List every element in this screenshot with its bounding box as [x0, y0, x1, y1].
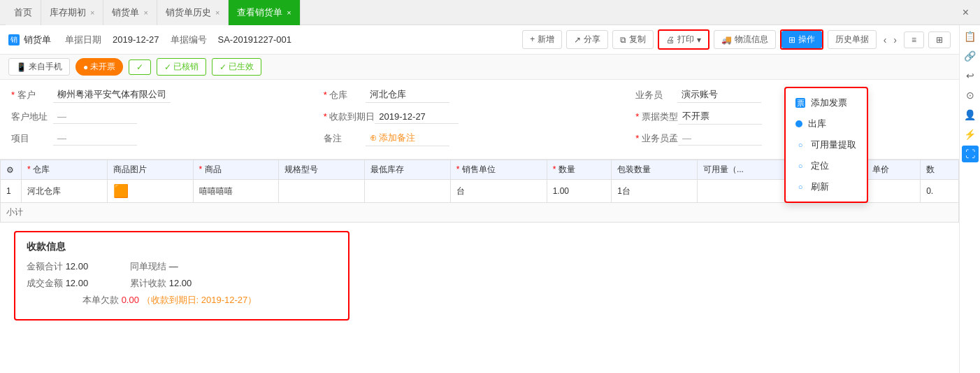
cell-image: 🟧	[107, 180, 193, 203]
cell-price[interactable]	[866, 180, 920, 203]
payment-section: 收款信息 金额合计 12.00 同单现结 — 成交金额 12.00	[0, 223, 959, 329]
staff2-label: 业务员孟	[635, 132, 678, 145]
dropdown-available-extract[interactable]: ○ 可用量提取	[786, 134, 867, 155]
due-date-field: 收款到期日 2019-12-27	[324, 110, 636, 124]
from-mobile-button[interactable]: 📱 来自手机	[8, 58, 70, 76]
ops-icon: ⊞	[788, 35, 795, 45]
col-product: 商品	[193, 160, 279, 180]
dropdown-add-invoice[interactable]: 票 添加发票	[786, 92, 867, 113]
tab-close-view[interactable]: ×	[287, 8, 291, 17]
nav-prev-button[interactable]: ‹	[881, 33, 890, 47]
payment-row-2: 成交金额 12.00 累计收款 12.00	[27, 277, 337, 290]
address-value[interactable]: —	[53, 110, 137, 124]
date-value: 2019-12-27	[113, 34, 159, 45]
tab-sales-history[interactable]: 销货单历史 ×	[157, 0, 229, 25]
outbound-icon	[795, 120, 802, 127]
nav-arrows: ‹ ›	[881, 33, 900, 47]
already-sold-button[interactable]: ✓ 已核销	[157, 58, 206, 76]
due-date-value[interactable]: 2019-12-27	[375, 110, 459, 124]
tab-close-history[interactable]: ×	[215, 8, 219, 17]
truck-icon: 🚚	[721, 35, 732, 45]
nav-next-button[interactable]: ›	[891, 33, 900, 47]
sidebar-action-icon[interactable]: ⚡	[962, 126, 979, 143]
history-records-button[interactable]: 历史单据	[828, 30, 877, 49]
col-settings[interactable]: ⚙	[1, 160, 22, 180]
doc-meta: 单据日期 2019-12-27 单据编号 SA-20191227-001	[65, 34, 522, 46]
print-button[interactable]: 🖨 打印 ▾	[659, 31, 708, 48]
not-open-button[interactable]: ● 未开票	[75, 58, 123, 76]
col-qty: 数量	[547, 160, 612, 180]
col-image: 商品图片	[107, 160, 193, 180]
sidebar-link-icon[interactable]: 🔗	[962, 48, 979, 64]
confirmed-button[interactable]: ✓	[129, 59, 151, 75]
cell-product[interactable]: 嘻嘻嘻嘻	[193, 180, 279, 203]
note-field: 备注 ⊕ 添加备注	[324, 130, 636, 146]
address-label: 客户地址	[11, 111, 53, 123]
warehouse-label: 仓库	[324, 89, 366, 101]
add-note-button[interactable]: ⊕ 添加备注	[366, 130, 449, 146]
cell-qty[interactable]: 1.00	[547, 180, 612, 203]
check3-icon: ✓	[219, 62, 226, 72]
share-button[interactable]: ↗ 分享	[566, 30, 608, 49]
col-amount: 数	[921, 160, 959, 180]
view-list-button[interactable]: ≡	[904, 31, 924, 48]
mobile-icon: 📱	[16, 62, 27, 72]
dropdown-outbound[interactable]: 出库	[786, 113, 867, 134]
cell-available[interactable]	[697, 180, 796, 203]
operations-highlight-box: ⊞ 操作	[780, 29, 823, 50]
check-icon: ✓	[136, 62, 143, 72]
invoice-icon: 票	[795, 98, 805, 108]
document-header: 销 销货单 单据日期 2019-12-27 单据编号 SA-20191227-0…	[0, 25, 959, 55]
warehouse-value[interactable]: 河北仓库	[366, 87, 449, 103]
right-sidebar: 📋 🔗 ↩ ⊙ 👤 ⚡ ⛶	[959, 25, 980, 373]
cell-amount[interactable]: 0.	[921, 180, 959, 203]
cell-min-stock[interactable]	[365, 180, 451, 203]
cell-pkg-qty[interactable]: 1台	[612, 180, 698, 203]
sidebar-expand-icon[interactable]: ⛶	[962, 146, 979, 162]
sidebar-edit-icon[interactable]: 📋	[962, 28, 979, 45]
window-close-button[interactable]: ×	[957, 6, 974, 19]
customer-value[interactable]: 柳州粤港平安气体有限公司	[53, 87, 171, 103]
sidebar-return-icon[interactable]: ↩	[962, 67, 979, 84]
amount-total-section: 金额合计 12.00	[27, 260, 88, 273]
dropdown-locate[interactable]: ○ 定位	[786, 155, 867, 176]
operations-dropdown: 票 添加发票 出库 ○ 可用量提取 ○ 定位 ○ 刷新	[784, 87, 868, 203]
sidebar-view-icon[interactable]: ⊙	[962, 87, 979, 104]
payment-title: 收款信息	[27, 241, 337, 253]
warehouse-field: 仓库 河北仓库	[324, 87, 636, 103]
number-value: SA-20191227-001	[218, 34, 292, 45]
staff2-value[interactable]: —	[678, 132, 762, 146]
logistics-button[interactable]: 🚚 物流信息	[714, 30, 776, 49]
ticket-label: 票据类型	[635, 111, 678, 123]
view-grid-button[interactable]: ⊞	[928, 31, 951, 48]
locate-icon: ○	[795, 161, 805, 171]
copy-button[interactable]: ⧉ 复制	[612, 30, 654, 49]
tab-view-sales[interactable]: 查看销货单 ×	[229, 0, 300, 25]
ticket-value[interactable]: 不开票	[678, 108, 762, 125]
operations-button[interactable]: ⊞ 操作	[781, 31, 822, 48]
doc-type-icon: 销	[8, 34, 20, 45]
doc-actions: + 新增 ↗ 分享 ⧉ 复制 🖨 打印 ▾ 🚚	[522, 29, 951, 50]
col-available: 可用量（...	[697, 160, 796, 180]
project-value[interactable]: —	[53, 132, 137, 146]
staff-value[interactable]: 演示账号	[677, 87, 761, 103]
same-order-section: 同单现结 —	[130, 260, 178, 273]
tab-inventory-init[interactable]: 库存期初 ×	[41, 0, 103, 25]
tab-home[interactable]: 首页	[6, 0, 41, 25]
refresh-icon: ○	[795, 182, 805, 192]
extract-icon: ○	[795, 140, 805, 150]
cell-warehouse[interactable]: 河北仓库	[22, 180, 108, 203]
dropdown-refresh[interactable]: ○ 刷新	[786, 176, 867, 197]
check2-icon: ✓	[164, 62, 171, 72]
cell-unit[interactable]: 台	[450, 180, 547, 203]
tab-close-inventory[interactable]: ×	[90, 8, 94, 17]
new-button[interactable]: + 新增	[522, 30, 561, 49]
tab-close-sales[interactable]: ×	[143, 8, 147, 17]
copy-icon: ⧉	[620, 35, 626, 45]
already-effective-button[interactable]: ✓ 已生效	[212, 58, 261, 76]
col-price: 单价	[866, 160, 920, 180]
tab-sales-order[interactable]: 销货单 ×	[103, 0, 157, 25]
sidebar-user-icon[interactable]: 👤	[962, 106, 979, 123]
cell-spec[interactable]	[279, 180, 365, 203]
col-unit: 销售单位	[450, 160, 547, 180]
